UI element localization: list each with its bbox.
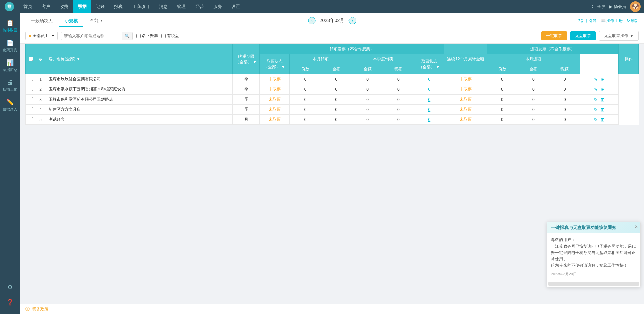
nav-home[interactable]: 首页 <box>19 0 37 13</box>
taxpad-checkbox[interactable] <box>161 34 166 38</box>
detail-icon[interactable]: ⊞ <box>601 117 605 122</box>
nav-tax[interactable]: 报税 <box>109 0 127 13</box>
row-cumulative: 0 <box>414 74 444 84</box>
notification-scrollbar[interactable] <box>548 282 639 286</box>
col-season-sale: 本季度销项 <box>352 54 414 64</box>
nav-invoice[interactable]: 票据 <box>73 0 91 13</box>
edit-icon[interactable]: ✎ <box>594 107 598 112</box>
checkbox-accounts[interactable]: 名下账套 <box>136 33 158 39</box>
row-checkbox[interactable] <box>29 87 33 91</box>
no-pad-ticket-btn[interactable]: 无盘取票 <box>570 31 596 40</box>
notification-text: 尊敬的用户： 江苏政务网已恢复访问电子税务局功能，易代账一键登陆电子税务局与无盘… <box>551 237 636 269</box>
edit-icon[interactable]: ✎ <box>594 77 598 82</box>
nav-fee[interactable]: 收费 <box>55 0 73 13</box>
sidebar-item-label: 票据汇总 <box>3 68 17 72</box>
employee-label: 全部员工 <box>33 33 49 39</box>
table-row: 5 测试账套 月 未取票 0 0 0 0 0 未取票 0 0 0 ✎ ⊞ <box>26 115 639 125</box>
row-sale-month-amount: 0 <box>321 74 352 84</box>
new-guide-link[interactable]: ? 新手引导 <box>578 18 597 24</box>
row-income-month-tax: 0 <box>549 105 580 115</box>
nav-settings[interactable]: 设置 <box>227 0 245 13</box>
select-all-checkbox[interactable] <box>29 57 33 61</box>
edit-icon[interactable]: ✎ <box>594 87 598 92</box>
checkbox-taxpad[interactable]: 有税盘 <box>161 33 179 39</box>
tab-all[interactable]: 全能 ▼ <box>85 15 109 27</box>
sidebar-item-entry[interactable]: ✏️ 票据录入 <box>1 96 19 114</box>
issue-invoice-icon: 📄 <box>6 39 14 47</box>
nav-message[interactable]: 消息 <box>154 0 172 13</box>
fullscreen-btn[interactable]: ⛶ 全屏 <box>592 4 605 10</box>
search-btn[interactable]: 🔍 <box>122 32 132 40</box>
table-row: 4 新建区方方文具店 季 未取票 0 0 0 0 0 未取票 0 0 0 ✎ ⊞ <box>26 105 639 115</box>
detail-icon[interactable]: ⊞ <box>601 97 605 102</box>
col-customer-name: 客户名称(全部) ▼ <box>45 44 233 74</box>
smart-ticket-icon: 📋 <box>6 19 14 27</box>
nav-items: 首页 客户 收费 票据 记账 报税 工商项目 消息 管理 经营 服务 设置 <box>19 0 592 13</box>
logo[interactable]: 易 <box>3 1 15 13</box>
row-sale-status: 未取票 <box>260 115 290 125</box>
sidebar-item-summary[interactable]: 📊 票据汇总 <box>1 56 19 75</box>
detail-icon[interactable]: ⊞ <box>601 77 605 82</box>
row-sale-month-count: 0 <box>290 115 321 125</box>
refresh-link[interactable]: ↻ 刷新 <box>627 18 639 24</box>
nav-accounting[interactable]: 记账 <box>91 0 109 13</box>
row-actions: ✎ ⊞ <box>580 74 619 84</box>
row-checkbox[interactable] <box>29 107 33 111</box>
row-period: 季 <box>232 105 259 115</box>
row-sale-status: 未取票 <box>260 105 290 115</box>
row-checkbox[interactable] <box>29 77 33 81</box>
row-period: 季 <box>232 74 259 84</box>
row-customer-name: 卫辉市玖玖健合医药有限公司 <box>45 74 233 84</box>
sidebar-item-issue-invoice[interactable]: 📄 发票开具 <box>1 37 19 55</box>
accounts-checkbox[interactable] <box>136 34 141 38</box>
row-period: 季 <box>232 95 259 105</box>
row-cumulative: 0 <box>414 115 444 125</box>
row-income-month-tax: 0 <box>549 95 580 105</box>
manual-link[interactable]: 📖 操作手册 <box>601 18 623 24</box>
tab-small-scale[interactable]: 小规模 <box>59 15 83 27</box>
row-income-status: 未取票 <box>444 105 487 115</box>
one-click-ticket-btn[interactable]: 一键取票 <box>541 31 567 40</box>
nav-customer[interactable]: 客户 <box>37 0 55 13</box>
header-area: 一般纳税人 小规模 全能 ▼ ‹ 2023年02月 › ? 新手引导 <box>20 13 644 44</box>
col-sale-month-count: 份数 <box>290 64 321 74</box>
tab-general-taxpayer[interactable]: 一般纳税人 <box>25 15 58 27</box>
next-month-btn[interactable]: › <box>348 17 356 24</box>
row-income-status: 未取票 <box>444 84 487 95</box>
notification-close-btn[interactable]: × <box>635 224 638 229</box>
row-checkbox[interactable] <box>29 117 33 121</box>
user-avatar[interactable]: 🐶 <box>630 1 641 12</box>
detail-icon[interactable]: ⊞ <box>601 87 605 92</box>
edit-icon[interactable]: ✎ <box>594 117 598 122</box>
nav-business[interactable]: 工商项目 <box>127 0 154 13</box>
search-input[interactable] <box>61 32 122 40</box>
nav-operation[interactable]: 经营 <box>191 0 209 13</box>
row-sale-month-count: 0 <box>290 105 321 115</box>
row-sale-season-amount: 0 <box>352 74 383 84</box>
col-income-status: 取票状态（全部） ▼ <box>414 54 444 74</box>
row-sale-status: 未取票 <box>260 95 290 105</box>
sidebar: 📋 智能取票 📄 发票开具 📊 票据汇总 🖨 扫描上传 ✏️ 票据录入 ⚙ ❓ <box>0 13 20 314</box>
settings-icon[interactable]: ⚙ <box>39 57 42 62</box>
member-btn[interactable]: ▶ 畅会员 <box>609 4 626 10</box>
tax-policy-link[interactable]: 税务政策 <box>32 306 48 312</box>
edit-icon[interactable]: ✎ <box>594 97 598 102</box>
row-checkbox[interactable] <box>29 97 33 101</box>
row-period: 月 <box>232 115 259 125</box>
sidebar-item-smart-ticket[interactable]: 📋 智能取票 <box>1 17 19 35</box>
fullscreen-label: 全屏 <box>597 4 605 10</box>
info-icon: ⓘ <box>25 306 30 312</box>
sidebar-item-help[interactable]: ❓ <box>1 296 19 309</box>
sidebar-item-label: 扫描上传 <box>3 87 17 92</box>
row-num: 3 <box>36 95 45 105</box>
no-pad-operation-btn[interactable]: 无盘取票操作 ▼ <box>599 31 639 41</box>
prev-month-btn[interactable]: ‹ <box>308 17 316 24</box>
detail-icon[interactable]: ⊞ <box>601 107 605 112</box>
nav-manage[interactable]: 管理 <box>172 0 191 13</box>
sidebar-item-config[interactable]: ⚙ <box>1 280 19 293</box>
refresh-icon: ↻ <box>627 18 630 23</box>
employee-select[interactable]: 全部员工 ▼ <box>25 32 58 40</box>
nav-service[interactable]: 服务 <box>209 0 227 13</box>
filter-bar: 全部员工 ▼ 🔍 名下账套 有税盘 一键取票 无盘取票 <box>20 28 644 44</box>
sidebar-item-scan[interactable]: 🖨 扫描上传 <box>1 76 19 95</box>
